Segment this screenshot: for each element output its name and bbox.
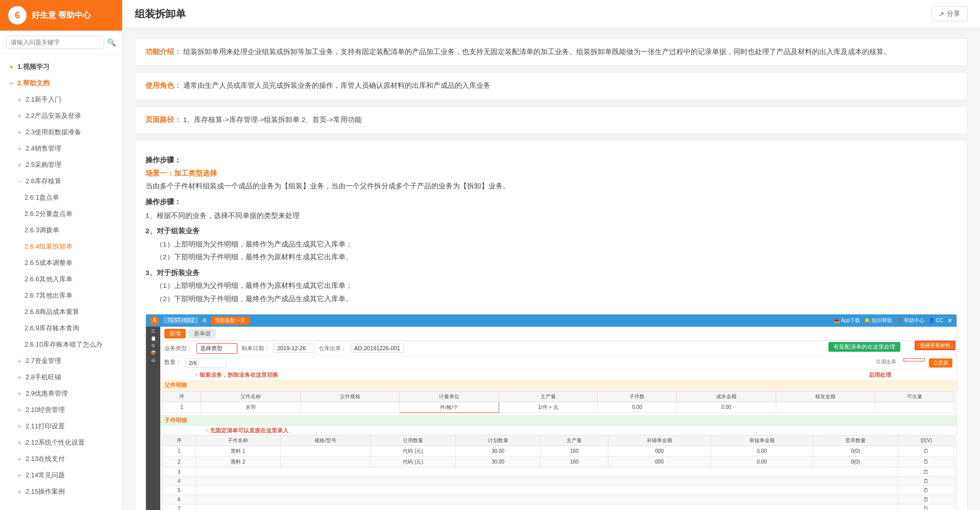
- sidebar-item-2-9[interactable]: ＋ 2.9优惠券管理: [0, 385, 122, 402]
- step2-2: （2）下部明细为子件明细，最终作为原材料生成其它出库单。: [156, 251, 957, 264]
- invoke-input[interactable]: [903, 358, 925, 361]
- sub-cell-cut: 🗒: [898, 467, 954, 476]
- tab-new[interactable]: 新增: [164, 329, 186, 338]
- cell-childcnt: 0.00: [598, 402, 677, 412]
- app-icon-3: ❓ 帮助中心: [896, 317, 924, 324]
- app-icon-1: 📥 App下载: [834, 317, 860, 324]
- tab-draft[interactable]: 新单据: [189, 329, 216, 338]
- sub-cell-empty: [195, 485, 898, 495]
- plus-icon: ＋: [16, 161, 22, 169]
- sub-cell-planqty: 30.00: [455, 446, 541, 456]
- sidebar-item-2-6-6[interactable]: 2.6.6其他入库单: [0, 271, 122, 287]
- app-tabs-row: 新增 新单据: [160, 327, 957, 341]
- sub-col-cut: 切(V): [898, 435, 954, 446]
- col-verify-amt: 核发金额: [776, 391, 875, 402]
- sidebar-item-2-6-5[interactable]: 2.6.5成本调整单: [0, 255, 122, 271]
- app-close-icon[interactable]: ✕: [947, 317, 952, 324]
- cell-name: 关羽: [201, 402, 300, 412]
- sub-cell-refqty: 代码 (元): [371, 456, 456, 467]
- sidebar-item-label: 2.10经营管理: [26, 405, 65, 415]
- sidebar-item-2-6[interactable]: － 2.6库存核算: [0, 173, 122, 189]
- plus-icon: ＋: [16, 390, 22, 398]
- sidebar-item-2-6-3[interactable]: 2.6.3调拨单: [0, 222, 122, 238]
- intro-text: 组装拆卸单用来处理企业组装或拆卸等加工业务，支持有固定装配清单的产品加工业务，也…: [183, 48, 891, 56]
- nav-icon-5: 🖨: [151, 357, 156, 362]
- sidebar-item-2-13[interactable]: ＋ 2.13在线支付: [0, 451, 122, 467]
- qty-input[interactable]: 2/6: [185, 358, 226, 368]
- sidebar-item-2-6-1[interactable]: 2.6.1盘点单: [0, 189, 122, 206]
- sidebar-item-2-10[interactable]: ＋ 2.10经营管理: [0, 402, 122, 418]
- sidebar-item-2-14[interactable]: ＋ 2.14常见问题: [0, 467, 122, 483]
- sidebar-item-2-1[interactable]: ＋ 2.1新手入门: [0, 91, 122, 108]
- sub-cell-cut: 🗒: [898, 495, 954, 504]
- sidebar-item-2-7[interactable]: ＋ 2.7资金管理: [0, 353, 122, 369]
- sub-cell-cut: 🗒: [898, 456, 954, 467]
- sidebar-item-2-6-7[interactable]: 2.6.7其他出库单: [0, 287, 122, 304]
- col-parent-spec: 父件规格: [300, 391, 399, 402]
- search-input[interactable]: [6, 36, 104, 49]
- select-material-label: 选择所有材料: [915, 341, 955, 350]
- sidebar-item-2-8[interactable]: ＋ 2.8手机旺铺: [0, 369, 122, 385]
- step2-heading: 2、对于组装业务: [145, 225, 957, 237]
- annotation-top-banner: 有装配清单的在这里处理: [828, 342, 900, 352]
- invoke-btn[interactable]: 立更新: [929, 358, 952, 368]
- sidebar-item-2-6-4[interactable]: 2.6.4组装拆卸单: [0, 238, 122, 255]
- step3-2: （2）下部明细为子件明细，最终作为产成品生成其它入库单。: [156, 293, 957, 306]
- sub-cell-cut: 🗒: [898, 446, 954, 456]
- sub-cell-auxamt: 000: [608, 456, 711, 467]
- sidebar-item-2-3[interactable]: ＋ 2.3使用前数据准备: [0, 124, 122, 140]
- sidebar-item-2-11[interactable]: ＋ 2.11打印设置: [0, 418, 122, 434]
- sidebar-item-label: 2.6.1盘点单: [24, 193, 59, 202]
- sub-col-seq: 序: [163, 435, 196, 446]
- select-material-btn[interactable]: 选择所有材料: [915, 342, 955, 349]
- sidebar-item-2-15[interactable]: ＋ 2.15操作案例: [0, 483, 122, 500]
- path-box: 页面路径： 1、库存核算->库存管理->组装拆卸单 2、首页->常用功能: [135, 106, 968, 134]
- cell-spec: [300, 402, 399, 412]
- sidebar-item-label: 2.15操作案例: [26, 487, 65, 496]
- plus-icon: ＋: [16, 144, 22, 153]
- sub-table: 序 子件名称 规格/型号 引用数量 计划数量 主产量 补辅单金额 审核单金额: [162, 435, 954, 510]
- ops-heading: 操作步骤：: [145, 156, 957, 165]
- cell-unit: 件/枚/个: [400, 402, 499, 412]
- sidebar-item-label: 2.6.3调拨单: [24, 226, 59, 235]
- sub-col-name: 子件名称: [195, 435, 281, 446]
- type-select[interactable]: 选择类型: [197, 343, 237, 354]
- sub-cell-seq: 1: [163, 446, 196, 456]
- sub-table-row: 5 🗒: [163, 485, 954, 495]
- sidebar-item-video[interactable]: ＋ 1.视频学习: [0, 59, 122, 75]
- path-text: 1、库存核算->库存管理->组装拆卸单 2、首页->常用功能: [183, 116, 362, 124]
- main-table: 序 父件名称 父件规格 计量单位 主产量 子件数 成本金额 核发金额: [162, 391, 954, 413]
- sidebar-item-label: 2.14常见问题: [26, 471, 65, 480]
- sidebar-item-2-12[interactable]: ＋ 2.12系统个性化设置: [0, 434, 122, 451]
- app-left-nav: ☰ 📋 ⚙ 📦 🖨: [146, 327, 160, 510]
- sidebar-item-label: 2.6库存核算: [26, 177, 61, 186]
- sidebar-item-2-6-9[interactable]: 2.6.9库存账本查询: [0, 320, 122, 336]
- app-main-content: 新增 新单据 业务类型： 选择类型 制单日期： 2019-12-26 仓库出库：…: [160, 327, 957, 510]
- plus-icon: ＋: [16, 406, 22, 415]
- sidebar-item-2-2[interactable]: ＋ 2.2产品安装及登录: [0, 108, 122, 124]
- search-icon[interactable]: 🔍: [107, 38, 116, 46]
- sidebar-item-label: 2.4销售管理: [26, 144, 61, 153]
- sidebar-item-docs[interactable]: － 2.帮助文档: [0, 75, 122, 91]
- search-box[interactable]: 🔍: [0, 31, 122, 55]
- sub-table-row: 2 黑料 2 代码 (元) 30.00 160 000 0.00: [163, 456, 954, 467]
- sidebar-item-2-6-10[interactable]: 2.6.10库存账本错了怎么办: [0, 336, 122, 353]
- annotation-row: ↑ 组装业务，拆卸业务在这里切换 启用处理: [160, 370, 957, 380]
- col-seq: 序: [163, 391, 201, 402]
- fake-section-title: 父件明细: [160, 380, 957, 391]
- sidebar-item-2-5[interactable]: ＋ 2.5采购管理: [0, 157, 122, 173]
- sidebar-item-label: 2.8手机旺铺: [26, 373, 61, 382]
- date-input[interactable]: 2019-12-26: [274, 344, 314, 353]
- store-input[interactable]: AD-20191226-001: [351, 344, 404, 353]
- app-config-btn[interactable]: 预期装配一天: [211, 317, 250, 325]
- sub-table-wrapper: 序 子件名称 规格/型号 引用数量 计划数量 主产量 补辅单金额 审核单金额: [160, 435, 957, 510]
- sub-section-title: 子件明细: [160, 415, 957, 426]
- share-button[interactable]: ↗ 分享: [931, 6, 968, 21]
- sidebar-item-2-6-2[interactable]: 2.6.2分量盘点单: [0, 206, 122, 222]
- sidebar-item-2-6-8[interactable]: 2.6.8商品成本重算: [0, 304, 122, 320]
- sub-col-storeqty: 里库数量: [813, 435, 898, 446]
- intro-label: 功能介绍：: [145, 48, 181, 56]
- sidebar-item-2-4[interactable]: ＋ 2.4销售管理: [0, 140, 122, 157]
- content-area: 功能介绍： 组装拆卸单用来处理企业组装或拆卸等加工业务，支持有固定装配清单的产品…: [122, 28, 980, 510]
- sub-col-auxamt: 补辅单金额: [608, 435, 711, 446]
